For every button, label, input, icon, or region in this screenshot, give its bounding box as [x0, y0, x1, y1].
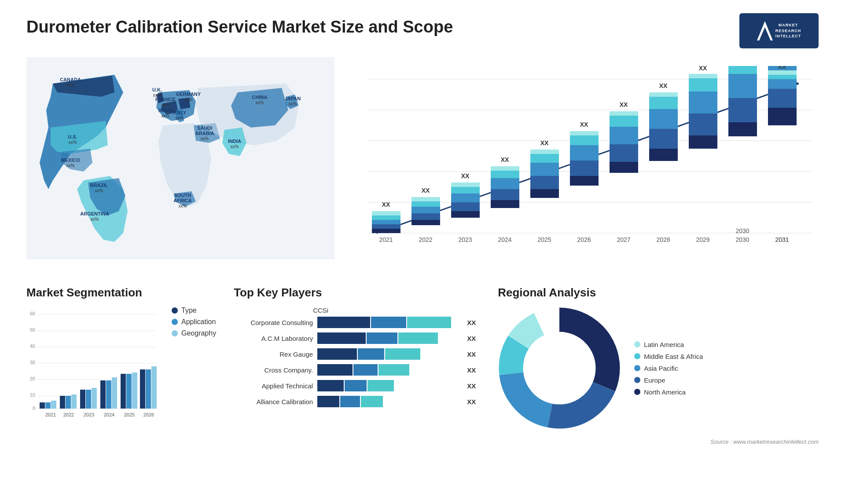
donut-label-la: Latin America — [644, 341, 684, 348]
logo-area: MARKET RESEARCH INTELLECT — [739, 13, 819, 48]
donut-legend: Latin America Middle East & Africa Asia … — [634, 341, 703, 396]
south-africa-label: SOUTH — [174, 193, 191, 198]
svg-text:2024: 2024 — [498, 236, 511, 243]
logo-text-line1: MARKET — [775, 22, 801, 28]
italy-value: xx% — [176, 116, 184, 121]
bar-2028: XX 2028 — [649, 82, 678, 243]
regional-section: Regional Analysis — [498, 286, 819, 445]
legend-dot-geography — [172, 330, 178, 336]
china-label: CHINA — [252, 95, 268, 100]
svg-text:2022: 2022 — [63, 412, 74, 417]
svg-rect-86 — [768, 108, 797, 124]
legend-label-application: Application — [181, 318, 216, 326]
germany-value: xx% — [184, 97, 193, 102]
regional-title: Regional Analysis — [498, 286, 819, 299]
player-val-0: XX — [467, 319, 480, 326]
player-bar-0 — [317, 317, 463, 328]
svg-rect-28 — [451, 187, 480, 194]
saudi-label: SAUDI — [197, 125, 212, 131]
svg-rect-39 — [530, 189, 559, 198]
donut-dot-ap — [634, 365, 640, 371]
japan-value: xx% — [289, 102, 297, 106]
svg-rect-71 — [689, 74, 717, 78]
svg-rect-113 — [71, 394, 77, 409]
us-label: U.S. — [68, 134, 77, 139]
player-bar-dark-1 — [317, 332, 366, 344]
player-name-1: A.C.M Laboratory — [234, 335, 313, 342]
player-bar-mid-0 — [371, 317, 406, 328]
svg-rect-50 — [570, 131, 599, 135]
player-row-4: Applied Technical XX — [234, 380, 480, 391]
source-text: Source : www.marketresearchintellect.com — [498, 438, 819, 445]
svg-rect-115 — [80, 390, 85, 409]
svg-rect-90 — [768, 70, 797, 75]
donut-chart-svg — [498, 307, 621, 430]
player-row-2: Rex Gauge XX — [234, 348, 480, 360]
canada-label: CANADA — [60, 77, 81, 82]
seg-chart-with-legend: 60 50 40 30 20 10 0 — [26, 307, 216, 430]
player-val-5: XX — [467, 398, 480, 405]
svg-rect-35 — [491, 171, 519, 178]
player-row-1: A.C.M Laboratory XX — [234, 332, 480, 344]
player-bar-5 — [317, 396, 463, 407]
donut-label-ap: Asia Pacific — [644, 365, 678, 372]
china-value: xx% — [256, 100, 264, 105]
legend-dot-application — [172, 319, 178, 325]
svg-text:XX: XX — [540, 139, 549, 146]
map-section: CANADA xx% U.S. xx% MEXICO xx% BRAZIL xx… — [26, 57, 334, 268]
svg-rect-18 — [411, 220, 440, 225]
player-bar-dark-0 — [317, 317, 370, 328]
france-label: FRANCE — [155, 97, 176, 102]
svg-text:XX: XX — [778, 66, 786, 70]
svg-rect-42 — [530, 154, 559, 163]
svg-rect-112 — [66, 396, 71, 409]
main-bar-chart-svg: XX 2021 XX 2022 — [352, 66, 819, 268]
svg-rect-22 — [411, 197, 440, 201]
player-row-0: Corporate Consulting XX — [234, 317, 480, 328]
svg-text:40: 40 — [30, 343, 35, 349]
player-bar-3 — [317, 364, 463, 376]
svg-text:XX: XX — [620, 101, 628, 108]
mexico-label: MEXICO — [61, 157, 80, 163]
legend-application: Application — [172, 318, 216, 326]
bar-2024: XX 2024 — [491, 156, 519, 243]
svg-rect-26 — [451, 202, 480, 211]
player-bar-mid-1 — [367, 332, 397, 344]
svg-rect-120 — [106, 380, 111, 409]
player-bar-mid-4 — [345, 380, 367, 391]
segmentation-chart-svg: 60 50 40 30 20 10 0 — [26, 307, 158, 430]
brazil-label: BRAZIL — [90, 183, 108, 188]
bottom-row: Market Segmentation 60 50 40 30 20 10 0 — [26, 286, 819, 445]
world-map-container: CANADA xx% U.S. xx% MEXICO xx% BRAZIL xx… — [26, 57, 334, 259]
svg-rect-88 — [768, 79, 797, 89]
svg-text:2023: 2023 — [84, 412, 94, 417]
chart-section: XX 2021 XX 2022 — [352, 57, 819, 268]
svg-rect-129 — [151, 366, 157, 409]
svg-text:2021: 2021 — [379, 236, 393, 243]
donut-legend-eu: Europe — [634, 376, 703, 384]
player-val-3: XX — [467, 366, 480, 374]
player-row-3: Cross Company. XX — [234, 364, 480, 376]
svg-rect-21 — [411, 201, 440, 207]
player-bar-light-3 — [378, 364, 409, 376]
svg-text:2029: 2029 — [696, 236, 709, 243]
svg-rect-27 — [451, 194, 480, 202]
italy-label: ITALY — [173, 110, 187, 115]
svg-rect-75 — [728, 98, 757, 122]
legend-label-type: Type — [181, 307, 197, 314]
svg-text:50: 50 — [30, 327, 35, 332]
svg-rect-54 — [610, 144, 638, 162]
world-map-svg: CANADA xx% U.S. xx% MEXICO xx% BRAZIL xx… — [26, 57, 334, 259]
france-value: xx% — [162, 102, 170, 107]
spain-label: SPAIN — [158, 108, 173, 113]
svg-rect-117 — [92, 388, 97, 409]
saudi-value: xx% — [201, 136, 209, 141]
svg-rect-123 — [121, 374, 126, 409]
svg-rect-67 — [689, 135, 717, 149]
page-title: Durometer Calibration Service Market Siz… — [26, 18, 453, 37]
legend-geography: Geography — [172, 329, 216, 337]
logo-box: MARKET RESEARCH INTELLECT — [739, 13, 819, 48]
svg-rect-89 — [768, 75, 797, 79]
top-row: CANADA xx% U.S. xx% MEXICO xx% BRAZIL xx… — [26, 57, 819, 268]
player-bar-1 — [317, 332, 463, 344]
